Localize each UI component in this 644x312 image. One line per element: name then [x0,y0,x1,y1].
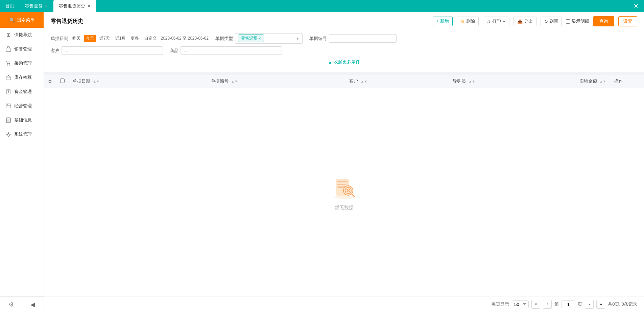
date-opt-1month[interactable]: 近1月 [113,35,128,42]
th-settings[interactable]: ⚙ [44,75,56,88]
date-opt-yesterday[interactable]: 昨天 [70,35,82,42]
delete-button[interactable]: 🗑 删除 [457,17,479,26]
filter-customer-input[interactable] [62,46,163,55]
sidebar-item-finance[interactable]: 资金管理 [0,85,44,99]
sidebar-item-inventory[interactable]: 库存核算 [0,70,44,85]
filter-type-select[interactable]: 零售退货 × ▼ [235,33,303,44]
th-customer-sort-icon: ▲▼ [361,80,367,83]
th-amount-sort-icon: ▲▼ [599,80,606,83]
filter-date-label: 单据日期 [51,36,68,42]
th-checkbox[interactable] [56,75,69,88]
filter-type-close-icon[interactable]: × [259,36,261,41]
filter-number-input[interactable] [329,34,397,43]
last-page-button[interactable]: » [596,300,605,309]
add-button[interactable]: + 新增 [433,17,453,26]
show-detail-checkbox[interactable] [566,19,570,24]
show-detail-label: 显示明细 [572,18,589,24]
per-page-select[interactable]: 10 20 50 100 [512,300,529,308]
sidebar-item-purchase-label: 采购管理 [14,60,32,66]
sidebar-bottom: ⚙ ◀ [0,296,44,312]
th-actions-label: 操作 [614,79,623,84]
tab-retail-return-history-label: 零售退货历史 [59,3,85,9]
setting-button[interactable]: 设置 [618,16,637,26]
svg-rect-0 [6,48,11,51]
date-opt-more[interactable]: 更多 [129,35,141,42]
collapse-filter-button[interactable]: ▲ 收起更多条件 [328,59,360,65]
sidebar-item-basic-info[interactable]: 基础信息 [0,113,44,127]
sidebar-item-sys-mgmt[interactable]: 系统管理 [0,127,44,141]
sidebar-item-sys-mgmt-label: 系统管理 [14,131,32,137]
select-all-checkbox[interactable] [60,79,65,83]
sidebar-item-operations[interactable]: 经营管理 [0,99,44,113]
sidebar-item-inventory-label: 库存核算 [14,74,32,81]
print-button[interactable]: 🖨 打印 ▼ [483,17,509,26]
tab-retail-return-close[interactable]: ✕ [45,4,48,8]
quick-nav-icon: ⊞ [5,32,11,38]
collapse-icon: ▲ [328,60,332,65]
filter-customer-label: 客户 [51,48,59,54]
collapse-sidebar-icon[interactable]: ◀ [30,301,35,308]
sidebar-item-operations-label: 经营管理 [14,103,32,109]
collapse-label: 收起更多条件 [334,59,360,65]
svg-point-9 [334,196,354,199]
date-opt-custom[interactable]: 自定义 [142,35,159,42]
sidebar-search[interactable]: 🔍 搜索菜单 [0,12,44,28]
th-number[interactable]: 单据编号 ▲▼ [207,75,345,88]
date-opt-today[interactable]: 今天 [84,35,96,42]
page-label: 第 [554,301,559,307]
th-customer[interactable]: 客户 ▲▼ [345,75,449,88]
settings-icon[interactable]: ⚙ [8,301,14,308]
filter-goods-input[interactable] [181,46,282,55]
export-button[interactable]: 📤 导出 [514,17,536,26]
sidebar-item-purchase-mgmt[interactable]: 采购管理 [0,56,44,70]
query-button[interactable]: 查询 [593,16,614,26]
top-bar: 首页 零售退货 ✕ 零售退货历史 ✕ ✕ [0,0,644,12]
th-guide-label: 导购员 [453,79,466,84]
main-layout: 🔍 搜索菜单 ⊞ 快捷导航 销售管理 采购管理 [0,12,644,312]
svg-point-5 [8,91,9,93]
sidebar-item-quick-nav[interactable]: ⊞ 快捷导航 [0,28,44,42]
th-number-sort-icon: ▲▼ [231,80,238,83]
show-detail-checkbox-label[interactable]: 显示明细 [566,18,589,24]
sidebar-item-sales-mgmt[interactable]: 销售管理 [0,42,44,56]
tab-home[interactable]: 首页 [0,0,20,12]
th-actions: 操作 [610,75,644,88]
filter-number-label: 单据编号 [309,36,327,42]
operations-icon [5,103,11,109]
th-number-label: 单据编号 [211,79,229,84]
filter-type-chevron-icon: ▼ [296,37,300,41]
window-close-icon[interactable]: ✕ [634,2,644,10]
tab-retail-return-label: 零售退货 [25,3,43,9]
sidebar-item-basic-info-label: 基础信息 [14,117,32,123]
empty-state-text: 暂无数据 [335,205,354,211]
refresh-button[interactable]: ↻ 刷新 [541,17,562,26]
next-page-button[interactable]: › [585,300,594,309]
th-date[interactable]: 单据日期 ▲▼ [69,75,207,88]
filter-number-item: 单据编号 [309,34,397,43]
refresh-icon: ↻ [544,19,548,24]
filter-date-range: 2023-06-02 至 2023-06-02 [161,36,208,41]
page-input[interactable] [562,300,575,308]
svg-rect-11 [337,181,348,182]
sidebar-search-label: 搜索菜单 [17,17,34,23]
column-settings-icon[interactable]: ⚙ [48,79,52,84]
first-page-button[interactable]: « [531,300,540,309]
tab-retail-return-history-close[interactable]: ✕ [87,4,91,8]
data-table: ⚙ 单据日期 ▲▼ 单据编号 ▲▼ [44,75,644,88]
th-guide[interactable]: 导购员 ▲▼ [449,75,570,88]
page-unit: 页 [578,301,582,307]
tab-retail-return[interactable]: 零售退货 ✕ [20,0,53,12]
date-opt-7days[interactable]: 近7天 [97,35,112,42]
svg-point-1 [7,65,8,65]
total-info: 共0页, 0条记录 [608,301,637,307]
sidebar-item-sales-label: 销售管理 [14,46,32,52]
prev-page-button[interactable]: ‹ [543,300,552,309]
filter-area: 单据日期 昨天 今天 近7天 近1月 更多 自定义 2023-06-02 至 2… [51,30,637,72]
th-date-sort-icon: ▲▼ [93,80,100,83]
page-title: 零售退货历史 [51,18,83,25]
content-area: 零售退货历史 + 新增 🗑 删除 🖨 打印 ▼ 📤 导出 [44,12,644,312]
tab-retail-return-history[interactable]: 零售退货历史 ✕ [53,0,96,12]
th-amount[interactable]: 实销金额 ▲▼ [570,75,610,88]
sidebar-item-quick-nav-label: 快捷导航 [14,32,32,38]
filter-type-item: 单据类型 零售退货 × ▼ [215,33,303,44]
